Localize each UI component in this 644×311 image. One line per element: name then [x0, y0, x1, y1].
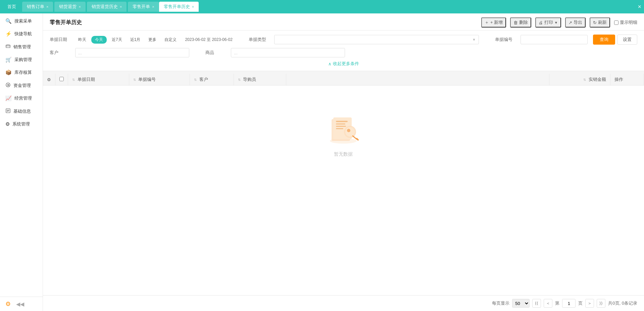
sidebar-item-purchase-mgmt[interactable]: 🛒 采购管理: [0, 53, 43, 66]
date-range: 2023-06-02 至 2023-06-02: [185, 37, 232, 43]
print-button[interactable]: 🖨 打印 ▼: [535, 17, 561, 28]
prev-page-btn[interactable]: ＜: [544, 299, 552, 308]
add-icon: ＋: [485, 19, 489, 25]
bill-no-label: 单据编号: [495, 37, 515, 43]
page-total: 共0页, 0条记录: [608, 300, 637, 306]
next-page-btn[interactable]: ＞: [585, 299, 594, 308]
tab-sales-order[interactable]: 销售订单 ×: [22, 2, 53, 12]
pagination-bar: 每页显示 10 20 50 100 ⟨⟨ ＜ 第 1 页 ＞ ⟩⟩ 共0页, 0…: [43, 295, 644, 311]
toolbar: ＋ + 新增 🗑 删除 🖨 打印 ▼ ↗ 导出 ↻: [481, 17, 637, 28]
print-icon: 🖨: [539, 20, 543, 25]
col-settings[interactable]: ⚙: [43, 74, 55, 86]
sort-guide-icon: ⇅: [238, 78, 241, 82]
sidebar-settings-icon[interactable]: ⚙: [5, 300, 11, 308]
date-btn-more[interactable]: 更多: [145, 36, 159, 44]
date-btn-today[interactable]: 今天: [91, 36, 107, 44]
col-amount[interactable]: ⇅ 实销金额: [549, 74, 610, 86]
col-extra: [286, 74, 549, 86]
export-icon: ↗: [568, 20, 572, 25]
svg-rect-7: [336, 123, 345, 124]
sort-bill-no-icon: ⇅: [133, 78, 136, 82]
bill-type-chevron-icon: ▼: [472, 38, 476, 42]
page-prefix-label: 第: [555, 300, 559, 306]
sidebar-collapse-icon[interactable]: ◀◀: [16, 301, 24, 307]
sidebar-item-operations[interactable]: 📈 经营管理: [0, 92, 43, 105]
sidebar-bottom: ⚙ ◀◀: [0, 297, 43, 311]
goods-input[interactable]: ...: [231, 48, 345, 57]
select-all-checkbox[interactable]: [59, 77, 64, 81]
sidebar-item-inventory[interactable]: 📦 库存核算: [0, 66, 43, 79]
svg-rect-6: [336, 121, 348, 122]
close-tab-sales-order[interactable]: ×: [46, 5, 48, 9]
topbar-right: ×: [638, 3, 641, 10]
sidebar-item-sales-mgmt[interactable]: 销售管理: [0, 40, 43, 53]
col-customer[interactable]: ⇅ 客户: [190, 74, 234, 86]
window-close-btn[interactable]: ×: [638, 3, 641, 10]
display-detail-checkbox[interactable]: [614, 20, 618, 25]
refresh-button[interactable]: ↻ 刷新: [590, 17, 610, 28]
col-checkbox[interactable]: [55, 74, 68, 86]
display-toggle[interactable]: 显示明细: [614, 19, 637, 25]
sort-amount-icon: ⇅: [583, 78, 586, 82]
close-tab-retail-open-history[interactable]: ×: [192, 5, 194, 9]
sidebar-item-system[interactable]: ⚙ 系统管理: [0, 118, 43, 131]
per-page-select[interactable]: 10 20 50 100: [512, 299, 530, 308]
add-button[interactable]: ＋ + 新增: [481, 17, 506, 28]
tab-sales-return-history[interactable]: 销货退货历史 ×: [87, 2, 127, 12]
data-table: ⚙ ⇅ 单据日期 ⇅ 单据编号: [43, 74, 644, 184]
per-page-label: 每页显示: [492, 300, 509, 306]
page-suffix-label: 页: [578, 300, 583, 306]
last-page-btn[interactable]: ⟩⟩: [597, 299, 605, 308]
date-btn-7days[interactable]: 近7天: [109, 36, 125, 44]
table-wrapper: ⚙ ⇅ 单据日期 ⇅ 单据编号: [43, 74, 644, 295]
col-action: 操作: [610, 74, 644, 86]
basic-info-icon: [5, 108, 11, 114]
svg-rect-8: [336, 126, 346, 127]
first-page-btn[interactable]: ⟨⟨: [532, 299, 541, 308]
query-settings-group: 查询 设置: [593, 35, 637, 45]
filter-settings-button[interactable]: 设置: [617, 35, 637, 45]
close-tab-retail-open[interactable]: ×: [152, 5, 154, 9]
table-settings-icon[interactable]: ⚙: [47, 77, 51, 82]
bill-type-select[interactable]: ▼: [274, 35, 479, 44]
bill-no-input[interactable]: [521, 35, 588, 44]
empty-state: 暂无数据: [43, 86, 644, 184]
sidebar: 🔍 搜索采单 ⚡ 快捷导航 销售管理 🛒 采购管理 📦 库存核算 资金管理: [0, 13, 43, 311]
query-button[interactable]: 查询: [593, 35, 615, 45]
tab-retail-open-history[interactable]: 零售开单历史 ×: [159, 2, 199, 12]
delete-icon: 🗑: [513, 20, 518, 25]
close-tab-sales-return[interactable]: ×: [79, 5, 81, 9]
svg-rect-0: [6, 45, 10, 48]
table-body: 暂无数据: [43, 86, 644, 185]
col-guide[interactable]: ⇅ 导购员: [234, 74, 286, 86]
sidebar-item-basic-info[interactable]: 基础信息: [0, 105, 43, 118]
search-purchase-icon: 🔍: [5, 18, 12, 24]
date-btn-yesterday[interactable]: 昨天: [75, 36, 89, 44]
date-btn-1month[interactable]: 近1月: [127, 36, 144, 44]
sales-mgmt-icon: [5, 44, 11, 50]
sidebar-item-finance[interactable]: 资金管理: [0, 79, 43, 92]
page-input[interactable]: 1: [562, 299, 576, 308]
svg-point-12: [347, 129, 350, 132]
customer-input[interactable]: ...: [75, 48, 189, 57]
table-head: ⚙ ⇅ 单据日期 ⇅ 单据编号: [43, 74, 644, 86]
export-button[interactable]: ↗ 导出: [565, 17, 586, 28]
svg-point-11: [345, 127, 355, 137]
sidebar-item-search-purchase[interactable]: 🔍 搜索采单: [0, 15, 43, 28]
close-tab-sales-return-history[interactable]: ×: [120, 5, 122, 9]
col-date[interactable]: ⇅ 单据日期: [68, 74, 129, 86]
tab-home[interactable]: 首页: [3, 2, 21, 12]
page-header: 零售开单历史 ＋ + 新增 🗑 删除 🖨 打印 ▼ ↗ 导出: [43, 13, 644, 31]
sort-customer-icon: ⇅: [194, 78, 197, 82]
tab-sales-return[interactable]: 销货退货 ×: [54, 2, 85, 12]
date-btn-custom[interactable]: 自定义: [161, 36, 180, 44]
collapse-button[interactable]: ∧ 收起更多条件: [328, 61, 359, 67]
tab-retail-open[interactable]: 零售开单 ×: [128, 2, 159, 12]
finance-icon: [5, 82, 11, 89]
col-bill-no[interactable]: ⇅ 单据编号: [129, 74, 190, 86]
delete-button[interactable]: 🗑 删除: [510, 17, 531, 28]
collapse-chevron-icon: ∧: [328, 61, 332, 66]
svg-line-14: [357, 139, 358, 140]
top-bar: 首页 销售订单 × 销货退货 × 销货退货历史 × 零售开单 × 零售开单历史 …: [0, 0, 644, 13]
sidebar-item-quick-nav[interactable]: ⚡ 快捷导航: [0, 28, 43, 40]
